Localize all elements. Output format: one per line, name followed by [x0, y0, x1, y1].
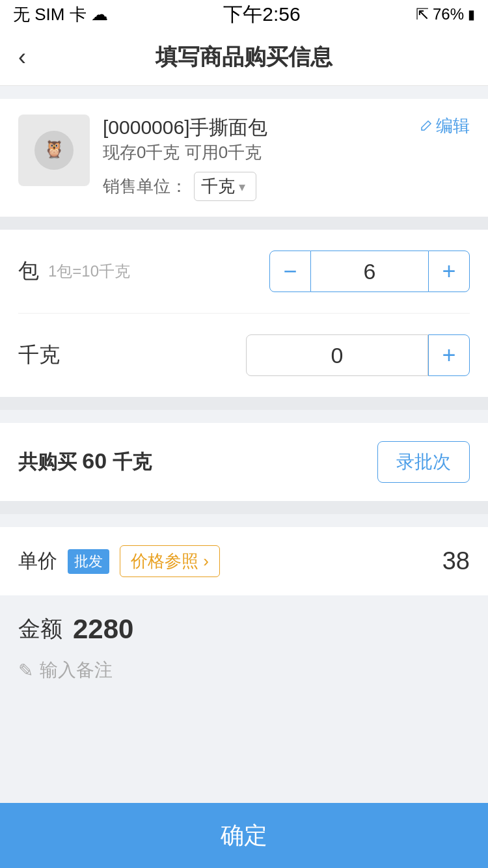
- price-label: 单价: [18, 548, 57, 575]
- pencil-icon: ✎: [18, 660, 33, 681]
- product-name: [0000006]手撕面包: [103, 116, 267, 138]
- note-row[interactable]: ✎ 输入备注: [18, 658, 470, 683]
- product-stock: 现存0千克 可用0千克: [103, 141, 470, 164]
- amount-label: 金额: [18, 614, 62, 644]
- status-bar: 无 SIM 卡 ☁ 下午2:56 ⇱ 76% ▮: [0, 0, 488, 29]
- amount-value: 2280: [73, 614, 133, 645]
- status-left: 无 SIM 卡 ☁: [13, 3, 108, 26]
- unit-label: 销售单位：: [103, 175, 187, 198]
- product-thumb-icon: 🦉: [31, 128, 77, 173]
- product-thumbnail: 🦉: [18, 115, 90, 186]
- product-info: [0000006]手撕面包 编辑 现存0千克 可用0千克 销售单位： 千克 ▾: [103, 115, 470, 201]
- note-placeholder: 输入备注: [40, 658, 113, 683]
- sim-status: 无 SIM 卡 ☁: [13, 3, 108, 26]
- section-separator-1: [0, 217, 488, 230]
- product-card: 🦉 [0000006]手撕面包 编辑 现存0千克 可用0千克 销售单位： 千克 …: [0, 99, 488, 217]
- page-title: 填写商品购买信息: [156, 42, 332, 72]
- price-row: 单价 批发 价格参照 › 38: [18, 545, 470, 577]
- batch-button[interactable]: 录批次: [377, 441, 470, 483]
- amount-row: 金额 2280: [18, 614, 470, 645]
- section-separator-3: [0, 501, 488, 514]
- nav-bar: ‹ 填写商品购买信息: [0, 29, 488, 86]
- unit-value: 千克: [201, 175, 235, 198]
- amount-section: 金额 2280 ✎ 输入备注: [0, 595, 488, 689]
- svg-text:🦉: 🦉: [44, 139, 65, 159]
- kg-stepper: +: [246, 334, 470, 376]
- price-ref-button[interactable]: 价格参照 ›: [120, 545, 220, 577]
- kg-input[interactable]: [246, 334, 428, 376]
- bao-stepper: − +: [269, 251, 470, 292]
- edit-icon: [419, 120, 432, 133]
- battery-level: 76%: [433, 5, 464, 23]
- kg-row: 千克 +: [18, 314, 470, 397]
- edit-button[interactable]: 编辑: [419, 115, 470, 137]
- unit-selector[interactable]: 千克 ▾: [194, 172, 256, 201]
- status-right: ⇱ 76% ▮: [416, 5, 475, 23]
- price-value: 38: [442, 547, 470, 575]
- battery-icon: ⇱: [416, 5, 429, 23]
- kg-plus-button[interactable]: +: [428, 334, 470, 376]
- bao-input[interactable]: [311, 251, 428, 292]
- bao-sub-label: 1包=10千克: [48, 261, 130, 282]
- summary-section: 共购买 60 千克 录批次: [0, 423, 488, 501]
- chevron-down-icon: ▾: [239, 179, 245, 195]
- status-time: 下午2:56: [223, 1, 300, 28]
- section-separator-2: [0, 397, 488, 410]
- summary-unit: [107, 451, 112, 472]
- kg-label: 千克: [18, 341, 60, 370]
- bao-label: 包 1包=10千克: [18, 257, 130, 286]
- summary-text: 共购买 60 千克: [18, 448, 152, 476]
- price-type-tag: 批发: [68, 549, 109, 574]
- input-section: 包 1包=10千克 − + 千克 +: [0, 230, 488, 397]
- bao-minus-button[interactable]: −: [269, 251, 311, 292]
- bao-row: 包 1包=10千克 − +: [18, 230, 470, 314]
- product-unit-row: 销售单位： 千克 ▾: [103, 172, 470, 201]
- back-button[interactable]: ‹: [18, 44, 26, 71]
- confirm-button[interactable]: 确定: [0, 803, 488, 868]
- bao-plus-button[interactable]: +: [428, 251, 470, 292]
- price-section: 单价 批发 价格参照 › 38: [0, 527, 488, 595]
- battery-bar: ▮: [468, 7, 475, 22]
